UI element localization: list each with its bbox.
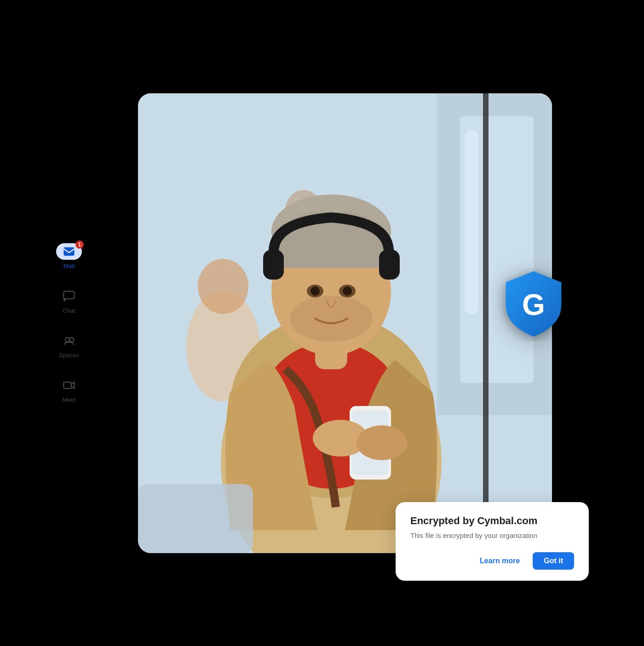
- sidebar-item-meet[interactable]: Meet: [51, 377, 87, 403]
- encryption-card: Encrypted by Cymbal.com This file is enc…: [396, 502, 589, 581]
- svg-rect-8: [483, 93, 489, 507]
- got-it-button[interactable]: Got it: [533, 552, 574, 570]
- svg-rect-1: [63, 291, 74, 298]
- main-photo-card: G Encrypted by Cymbal.com This file is e…: [138, 93, 552, 553]
- chat-icon: [63, 290, 75, 303]
- chat-icon-wrap: [56, 288, 82, 304]
- google-shield-badge: G: [497, 268, 570, 342]
- learn-more-button[interactable]: Learn more: [471, 552, 529, 570]
- meet-icon-wrap: [56, 377, 82, 394]
- sidebar-spaces-label: Spaces: [59, 352, 79, 359]
- svg-point-25: [290, 296, 373, 342]
- svg-rect-30: [138, 484, 253, 553]
- meet-icon: [63, 379, 75, 392]
- svg-rect-4: [63, 382, 71, 389]
- mail-icon-wrap: 1: [56, 243, 82, 260]
- svg-rect-31: [465, 130, 478, 314]
- encryption-title: Encrypted by Cymbal.com: [410, 515, 574, 527]
- svg-rect-20: [379, 250, 400, 280]
- spaces-icon-wrap: [56, 332, 82, 349]
- sidebar: 1 Mail Chat Spaces: [46, 234, 92, 412]
- person-illustration: [138, 93, 552, 553]
- sidebar-meet-label: Meet: [63, 396, 76, 403]
- sidebar-item-spaces[interactable]: Spaces: [51, 332, 87, 359]
- spaces-icon: [63, 334, 75, 347]
- encryption-actions: Learn more Got it: [410, 552, 574, 570]
- sidebar-item-mail[interactable]: 1 Mail: [51, 243, 87, 269]
- svg-point-24: [343, 286, 352, 296]
- svg-point-2: [65, 337, 69, 342]
- svg-point-29: [356, 425, 407, 460]
- svg-point-23: [310, 286, 320, 296]
- mail-icon: [63, 245, 75, 258]
- sidebar-mail-label: Mail: [63, 263, 75, 269]
- svg-point-3: [69, 337, 74, 342]
- svg-text:G: G: [522, 288, 545, 321]
- svg-rect-0: [63, 247, 74, 256]
- sidebar-chat-label: Chat: [63, 307, 75, 314]
- main-scene: 1 Mail Chat Spaces: [46, 47, 598, 599]
- shield-svg: G: [497, 268, 570, 342]
- mail-badge: 1: [75, 240, 84, 249]
- svg-point-10: [198, 259, 248, 314]
- sidebar-item-chat[interactable]: Chat: [51, 288, 87, 314]
- svg-rect-19: [263, 250, 284, 280]
- photo-background: [138, 93, 552, 553]
- encryption-description: This file is encrypted by your organizat…: [410, 531, 574, 541]
